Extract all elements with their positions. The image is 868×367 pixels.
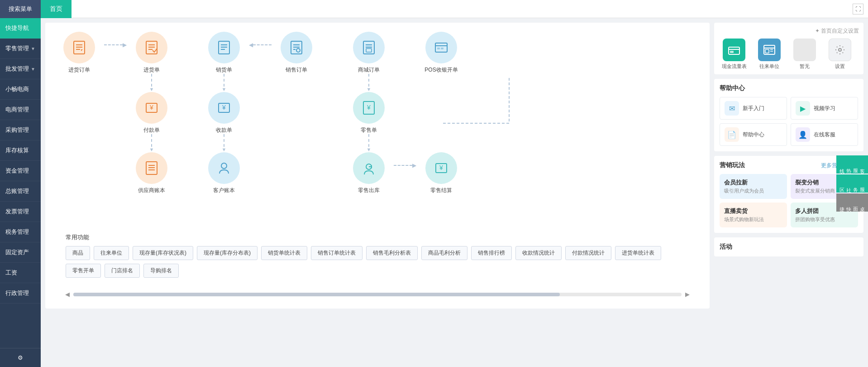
func-btn-contacts[interactable]: 往来单位 — [94, 246, 129, 260]
func-btn-receipt-stat[interactable]: 收款情况统计 — [515, 246, 562, 260]
sidebar-item-ecommerce-small[interactable]: 小畅电商 — [0, 79, 41, 100]
quick-icon-cashflow[interactable]: 现金流量表 — [719, 39, 749, 70]
node-sales-bill[interactable]: 销货单 — [199, 32, 249, 74]
tab-home[interactable]: 首页 — [41, 0, 72, 18]
node-retail-outbound[interactable]: 零售出库 — [344, 152, 394, 194]
help-item-online[interactable]: 👤 在线客服 — [791, 123, 858, 146]
sidebar-item-ledger-label: 总账管理 — [5, 187, 29, 195]
func-btn-sales-stat[interactable]: 销货单统计表 — [261, 246, 307, 260]
sales-bill-icon — [208, 32, 240, 63]
sidebar-item-quicknav[interactable]: 快捷导航 — [0, 18, 41, 39]
func-btn-goods[interactable]: 商品 — [66, 246, 90, 260]
func-btn-goods-profit[interactable]: 商品毛利分析 — [421, 246, 467, 260]
online-label: 在线客服 — [814, 131, 835, 139]
svg-text:¥: ¥ — [367, 104, 371, 111]
activity: 活动 — [714, 237, 863, 256]
node-retail-settlement[interactable]: ¥ 零售结算 — [416, 152, 466, 194]
func-btn-store-rank[interactable]: 门店排名 — [105, 264, 140, 278]
search-menu-button[interactable]: 搜索菜单 — [0, 0, 41, 18]
func-btn-guide-rank[interactable]: 导购排名 — [143, 264, 179, 278]
quick-icon-contacts[interactable]: 往来单位 — [754, 39, 785, 70]
help-center: 帮助中心 ✉ 新手入门 ▶ 视频学习 📄 帮助中心 👤 — [714, 79, 863, 151]
flow-row-5: 供应商账本 客户账本 — [54, 152, 701, 194]
float-buttons: 客服热线 服务社区 桌面快捷 — [836, 155, 868, 212]
marketing-item-live[interactable]: 直播卖货 场景式购物新玩法 — [720, 203, 787, 227]
func-btn-sales-rank[interactable]: 销售排行榜 — [471, 246, 512, 260]
help-item-beginner[interactable]: ✉ 新手入门 — [720, 97, 787, 120]
activity-title: 活动 — [720, 243, 858, 251]
sidebar-item-inventory[interactable]: 库存核算 — [0, 140, 41, 161]
func-btn-stock-dist[interactable]: 现存量(库存分布表) — [197, 246, 258, 260]
video-label: 视频学习 — [814, 105, 835, 112]
vert-shop-order: ▼ — [344, 74, 394, 92]
node-shop-order[interactable]: 商城订单 — [344, 32, 394, 74]
sidebar-item-ecommerce[interactable]: 电商管理 — [0, 100, 41, 120]
sidebar-item-retail-label: 零售管理 — [5, 44, 29, 53]
main-panel: 进货订单 ▶ 进货单 — [41, 18, 714, 367]
func-btn-purchase-stat[interactable]: 进货单统计表 — [615, 246, 661, 260]
sidebar-item-tax[interactable]: 税务管理 — [0, 222, 41, 242]
help-doc-icon: 📄 — [725, 127, 739, 142]
marketing-item-member[interactable]: 会员拉新 吸引用户成为会员 — [720, 174, 787, 199]
live-sub: 场景式购物新玩法 — [724, 216, 782, 223]
node-pos[interactable]: POS收银开单 — [416, 32, 466, 74]
sidebar-item-salary[interactable]: 工资 — [0, 263, 41, 283]
retail-bill-label: 零售单 — [361, 126, 377, 134]
scroll-right-arrow[interactable]: ▶ — [683, 291, 692, 298]
sidebar-item-invoice[interactable]: 发票管理 — [0, 202, 41, 222]
sidebar-item-wholesale[interactable]: 批发管理 ▼ — [0, 59, 41, 79]
node-sales-order[interactable]: 销售订单 — [272, 32, 321, 74]
sidebar-item-ledger[interactable]: 总账管理 — [0, 181, 41, 202]
node-supplier-ledger[interactable]: 供应商账本 — [127, 152, 176, 194]
member-title: 会员拉新 — [724, 179, 782, 187]
sidebar-item-capital[interactable]: 资金管理 — [0, 161, 41, 181]
node-payment[interactable]: ¥ 付款单 — [127, 92, 176, 134]
node-receipt[interactable]: ¥ 收款单 — [199, 92, 249, 134]
customize-link[interactable]: ✦ 首页自定义设置 — [719, 27, 859, 35]
func-btn-stock-status[interactable]: 现存量(库存状况表) — [133, 246, 193, 260]
func-btn-retail-order[interactable]: 零售开单 — [66, 264, 101, 278]
top-bar: 搜索菜单 首页 ⛶ — [0, 0, 868, 18]
sidebar-item-purchase[interactable]: 采购管理 — [0, 120, 41, 140]
func-btn-sales-order-stat[interactable]: 销售订单统计表 — [311, 246, 362, 260]
quick-icon-settings[interactable]: 设置 — [825, 39, 855, 70]
purchase-order-label: 进货订单 — [68, 66, 90, 74]
func-btn-sales-profit[interactable]: 销售毛利分析表 — [366, 246, 418, 260]
svg-rect-46 — [765, 49, 769, 53]
shop-order-label: 商城订单 — [358, 66, 380, 74]
sidebar-item-fixed-assets[interactable]: 固定资产 — [0, 242, 41, 263]
sidebar-item-ecommerce-small-label: 小畅电商 — [5, 85, 29, 93]
scroll-left-arrow[interactable]: ◀ — [63, 291, 72, 298]
flow-card: 进货订单 ▶ 进货单 — [45, 23, 710, 309]
svg-rect-43 — [730, 51, 734, 53]
chevron-down-icon: ▼ — [31, 46, 35, 51]
quick-icon-none[interactable]: 暂无 — [789, 39, 820, 70]
settings-icon — [829, 39, 851, 61]
common-func: 常用功能 商品 往来单位 现存量(库存状况表) 现存量(库存分布表) 销货单统计… — [59, 227, 696, 285]
func-btn-payment-stat[interactable]: 付款情况统计 — [565, 246, 611, 260]
node-purchase-bill[interactable]: 进货单 — [127, 32, 176, 74]
float-btn-hotline[interactable]: 客服热线 — [836, 155, 868, 174]
help-center-title: 帮助中心 — [720, 84, 858, 92]
help-item-help[interactable]: 📄 帮助中心 — [720, 123, 787, 146]
float-btn-community[interactable]: 服务社区 — [836, 174, 868, 193]
sidebar-item-wholesale-label: 批发管理 — [5, 65, 29, 73]
sidebar-item-admin[interactable]: 行政管理 — [0, 283, 41, 304]
fullscreen-button[interactable]: ⛶ — [853, 4, 863, 14]
scroll-thumb — [73, 293, 560, 296]
sidebar-item-retail[interactable]: 零售管理 ▼ — [0, 39, 41, 59]
scroll-track[interactable] — [73, 293, 682, 296]
receipt-icon: ¥ — [208, 92, 240, 124]
online-service-icon: 👤 — [796, 127, 810, 142]
node-retail-bill[interactable]: ¥ 零售单 — [344, 92, 394, 134]
member-sub: 吸引用户成为会员 — [724, 188, 782, 194]
node-purchase-order[interactable]: 进货订单 — [54, 32, 104, 74]
sidebar-settings-button[interactable]: ⚙ — [0, 348, 41, 367]
svg-rect-19 — [366, 48, 372, 52]
retail-outbound-icon — [353, 152, 385, 184]
node-customer-ledger[interactable]: 客户账本 — [199, 152, 249, 194]
svg-text:¥: ¥ — [222, 104, 226, 111]
help-item-video[interactable]: ▶ 视频学习 — [791, 97, 858, 120]
common-func-title: 常用功能 — [66, 233, 689, 241]
float-btn-desktop[interactable]: 桌面快捷 — [836, 193, 868, 212]
